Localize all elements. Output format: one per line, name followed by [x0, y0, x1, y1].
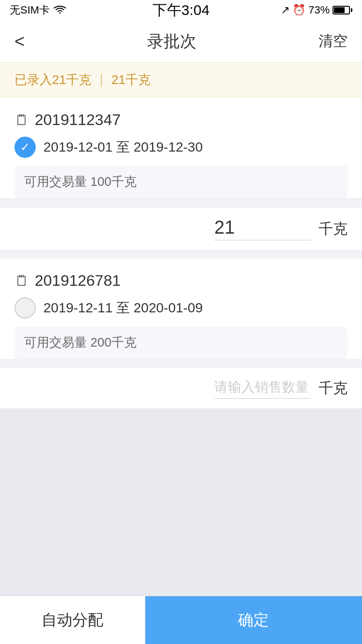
- quantity-underline-1: 21: [214, 217, 311, 240]
- info-banner: 已录入21千克 21千克: [0, 63, 362, 98]
- batch-header-2: 🗒 2019126781: [14, 272, 348, 290]
- quantity-placeholder-2[interactable]: 请输入销售数量: [214, 379, 309, 394]
- status-bar: 无SIM卡 下午3:04 ↗ ⏰ 73%: [0, 0, 362, 20]
- battery-icon: [333, 6, 352, 14]
- batch-checkbox-1[interactable]: [14, 137, 36, 158]
- batch-header-1: 🗒 2019112347: [14, 111, 348, 129]
- batch-date-row-2: 2019-12-11 至 2020-01-09: [14, 297, 348, 319]
- battery-pct: 73%: [308, 4, 330, 16]
- quantity-row-1: 21 千克: [0, 208, 362, 251]
- batch-available-2: 可用交易量 200千克: [14, 326, 348, 359]
- status-left: 无SIM卡: [10, 3, 66, 17]
- batch-date-row-1: 2019-12-01 至 2019-12-30: [14, 137, 348, 158]
- nav-bar: < 录批次 清空: [0, 20, 362, 63]
- recorded-label: 已录入21千克: [14, 71, 91, 88]
- section-divider: [0, 251, 362, 258]
- clear-button[interactable]: 清空: [319, 31, 348, 51]
- confirm-button[interactable]: 确定: [145, 596, 362, 644]
- batch-checkbox-2[interactable]: [14, 297, 36, 319]
- banner-divider: [101, 73, 102, 87]
- carrier-text: 无SIM卡: [10, 3, 50, 17]
- content-area: 🗒 2019112347 2019-12-01 至 2019-12-30 可用交…: [0, 98, 362, 644]
- quantity-value-1[interactable]: 21: [214, 217, 235, 238]
- quantity-unit-2: 千克: [319, 378, 348, 398]
- wifi-icon: [54, 5, 66, 15]
- batch-date-2: 2019-12-11 至 2020-01-09: [43, 299, 203, 317]
- batch-available-1: 可用交易量 100千克: [14, 166, 348, 198]
- gray-area: [0, 409, 362, 612]
- quantity-underline-2[interactable]: 请输入销售数量: [214, 378, 311, 399]
- batch-number-2: 2019126781: [35, 272, 121, 290]
- quantity-row-2: 请输入销售数量 千克: [0, 368, 362, 409]
- quantity-input-1: 21 千克: [214, 217, 348, 240]
- bottom-bar: 自动分配 确定: [0, 596, 362, 644]
- back-button[interactable]: <: [14, 31, 25, 52]
- location-icon: ↗: [281, 4, 290, 16]
- alarm-icon: ⏰: [292, 4, 306, 16]
- quantity-unit-1: 千克: [319, 219, 348, 239]
- batch-item-1: 🗒 2019112347 2019-12-01 至 2019-12-30 可用交…: [0, 98, 362, 198]
- batch-date-1: 2019-12-01 至 2019-12-30: [43, 138, 203, 156]
- auto-distribute-button[interactable]: 自动分配: [0, 596, 145, 644]
- batch-number-1: 2019112347: [35, 111, 121, 129]
- page-title: 录批次: [147, 30, 196, 53]
- batch-item-2: 🗒 2019126781 2019-12-11 至 2020-01-09 可用交…: [0, 258, 362, 359]
- batch-doc-icon-1: 🗒: [14, 112, 29, 128]
- status-right: ↗ ⏰ 73%: [281, 4, 352, 16]
- batch-doc-icon-2: 🗒: [14, 273, 29, 289]
- recorded-value: 21千克: [111, 71, 151, 88]
- status-time: 下午3:04: [153, 0, 209, 20]
- quantity-input-2: 请输入销售数量 千克: [214, 378, 348, 399]
